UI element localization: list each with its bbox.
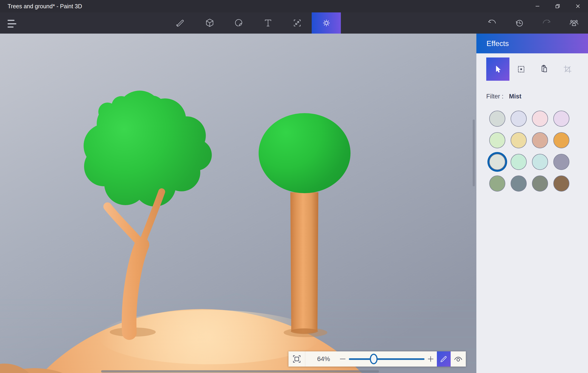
history-button[interactable] (505, 12, 533, 33)
select-region-button[interactable] (509, 57, 533, 81)
effects-sun-icon (321, 18, 332, 28)
horizontal-scrollbar[interactable] (101, 370, 379, 373)
history-tools (478, 12, 588, 33)
main-toolbar (0, 12, 588, 33)
filter-swatch-9[interactable] (489, 154, 505, 170)
undo-button[interactable] (478, 12, 505, 33)
filter-swatch-16[interactable] (553, 176, 569, 192)
minimize-icon (535, 3, 540, 9)
panel-title: Effects (486, 33, 509, 53)
cursor-tool-button[interactable] (486, 57, 509, 81)
undo-icon (487, 18, 497, 28)
canvas-tool-button[interactable] (283, 12, 312, 33)
right-trunk-base (291, 328, 318, 334)
filter-swatch-1[interactable] (489, 111, 505, 127)
plus-icon (426, 355, 435, 363)
filter-swatch-15[interactable] (532, 176, 548, 192)
right-tree-trunk (290, 192, 318, 333)
zoom-toolbar: 64% (288, 351, 466, 367)
filter-swatch-2[interactable] (511, 111, 527, 127)
filter-swatch-3[interactable] (532, 111, 548, 127)
minus-icon (338, 355, 347, 363)
filter-swatch-13[interactable] (489, 176, 505, 192)
view-3d-button[interactable] (451, 351, 466, 367)
paste-clipboard-icon (539, 64, 550, 75)
effects-panel-header: Effects (476, 33, 588, 53)
filter-swatch-6[interactable] (511, 132, 527, 148)
close-button[interactable] (568, 0, 588, 12)
redo-icon (541, 18, 552, 28)
tool-tabs (166, 12, 341, 33)
filter-swatch-10[interactable] (511, 154, 527, 170)
effects-tool-button[interactable] (312, 12, 341, 33)
vertical-scrollbar[interactable] (473, 120, 475, 186)
collaborate-button[interactable] (560, 12, 588, 33)
brush-tool-button[interactable] (166, 12, 195, 33)
history-clock-icon (514, 18, 525, 28)
collaborate-people-icon (569, 18, 579, 28)
effects-panel: Effects Filter :Mist (476, 33, 588, 373)
menu-button[interactable] (5, 16, 20, 30)
scene-trees-and-ground (0, 33, 476, 373)
fit-to-view-icon (292, 354, 302, 364)
crop-icon (562, 64, 573, 75)
zoom-percentage: 64% (311, 355, 336, 363)
select-region-icon (516, 64, 526, 75)
text-tool-button[interactable] (253, 12, 283, 33)
fit-to-view-button[interactable] (288, 351, 305, 367)
filter-value: Mist (509, 93, 521, 100)
cursor-icon (493, 64, 503, 75)
window-controls (527, 0, 588, 12)
brush-icon (439, 354, 448, 363)
restore-button[interactable] (547, 0, 568, 12)
paste-button[interactable] (533, 57, 556, 81)
zoom-in-button[interactable] (424, 351, 437, 367)
zoom-out-button[interactable] (336, 351, 349, 367)
filter-label: Filter : (486, 93, 504, 100)
stickers-tool-button[interactable] (224, 12, 253, 33)
3d-shapes-cube-icon (204, 18, 215, 28)
filter-swatch-14[interactable] (511, 176, 527, 192)
filter-row: Filter :Mist (486, 93, 521, 100)
canvas-3d-viewport[interactable]: 64% (0, 33, 476, 373)
filter-swatch-11[interactable] (532, 154, 548, 170)
paint-mode-button[interactable] (437, 351, 451, 367)
filter-swatch-7[interactable] (532, 132, 548, 148)
filter-swatch-grid (489, 111, 569, 192)
filter-swatch-5[interactable] (489, 132, 505, 148)
close-icon (575, 3, 581, 9)
text-icon (263, 18, 273, 28)
filter-swatch-12[interactable] (553, 154, 569, 170)
eye-icon (453, 354, 463, 364)
zoom-slider-thumb[interactable] (370, 354, 378, 364)
effects-panel-tools (486, 57, 579, 81)
minimize-button[interactable] (527, 0, 547, 12)
brush-icon (175, 18, 186, 28)
crop-button[interactable] (556, 57, 579, 81)
right-tree-canopy (259, 113, 350, 193)
window-title: Trees and ground* - Paint 3D (8, 0, 82, 12)
title-bar: Trees and ground* - Paint 3D (0, 0, 588, 12)
sticker-icon (234, 18, 244, 28)
zoom-slider[interactable] (349, 351, 425, 367)
zoom-slider-track (349, 358, 425, 360)
zoombar-separator (305, 351, 305, 367)
filter-swatch-8[interactable] (553, 132, 569, 148)
3d-shapes-tool-button[interactable] (195, 12, 224, 33)
filter-swatch-4[interactable] (553, 111, 569, 127)
canvas-expand-icon (292, 18, 303, 28)
hamburger-menu-icon (8, 20, 14, 21)
restore-icon (555, 3, 561, 9)
redo-button[interactable] (533, 12, 560, 33)
